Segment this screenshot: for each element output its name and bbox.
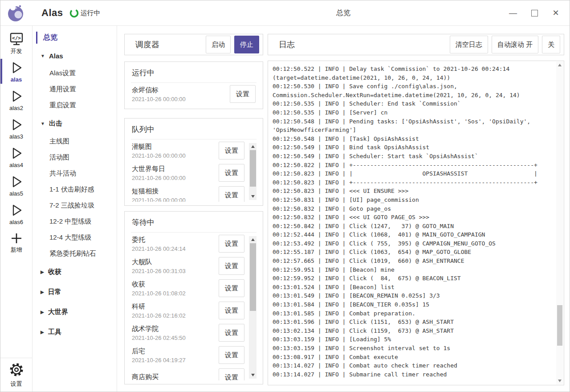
- queued-card: 队列中 潜艇图2021-10-26 00:00:00设置大世界每日2021-10…: [124, 118, 263, 206]
- scroll-down-icon[interactable]: [558, 380, 562, 382]
- stop-button[interactable]: 停止: [234, 36, 259, 53]
- side-menu: 总览▼AlasAlas设置通用设置重启设置▼出击主线图活动图共斗活动1-1 伏击…: [33, 26, 117, 392]
- scrollbar-thumb[interactable]: [557, 305, 562, 346]
- menu-item[interactable]: ▼Alas: [33, 46, 117, 65]
- maximize-icon[interactable]: [529, 8, 539, 18]
- status-indicator: 运行中: [69, 8, 100, 18]
- task-name: 大世界每日: [132, 164, 219, 173]
- menu-item[interactable]: ▶工具: [33, 322, 117, 342]
- menu-item[interactable]: 紧急委托刷钻石: [33, 246, 117, 262]
- menu-item-label: 共斗活动: [49, 169, 76, 177]
- menu-item[interactable]: ▶大世界: [33, 302, 117, 322]
- task-info: 余烬信标2021-10-26 00:00:00: [132, 86, 230, 103]
- task-settings-button[interactable]: 设置: [219, 235, 244, 253]
- menu-item-label: 收获: [48, 268, 61, 276]
- task-row: 科研2021-10-26 02:16:02设置: [131, 299, 245, 322]
- task-settings-button[interactable]: 设置: [219, 324, 244, 342]
- scrollbar-thumb[interactable]: [250, 150, 256, 187]
- task-settings-button[interactable]: 设置: [219, 302, 244, 319]
- rail-item-dev[interactable]: </> 开发: [0, 29, 32, 57]
- menu-item-label: Alas设置: [49, 69, 76, 77]
- log-column: 日志 清空日志 自动滚动 开 关 00:12:50.522 | INFO | D…: [268, 34, 564, 385]
- task-next-run-time: 2021-10-26 00:24:14: [132, 245, 219, 253]
- play-icon: [9, 203, 24, 217]
- task-name: 短猫相接: [132, 187, 219, 196]
- rail-item-alas6[interactable]: alas6: [0, 200, 32, 228]
- task-settings-button[interactable]: 设置: [219, 142, 244, 159]
- scheduler-header: 调度器 启动 停止: [124, 34, 263, 55]
- scroll-up-icon[interactable]: [558, 64, 562, 66]
- menu-item-label: 总览: [43, 33, 57, 41]
- task-info: 潜艇图2021-10-26 00:00:00: [132, 142, 219, 159]
- play-icon: [9, 118, 24, 132]
- start-button[interactable]: 启动: [206, 36, 231, 53]
- autoscroll-on-button[interactable]: 自动滚动 开: [492, 36, 538, 53]
- menu-item[interactable]: Alas设置: [33, 65, 117, 82]
- menu-item[interactable]: 重启设置: [33, 98, 117, 114]
- menu-item[interactable]: 活动图: [33, 150, 117, 166]
- menu-item[interactable]: 通用设置: [33, 82, 117, 98]
- rail-item-alas5[interactable]: alas5: [0, 171, 32, 200]
- clear-log-button[interactable]: 清空日志: [450, 36, 488, 53]
- rail-item-alas3[interactable]: alas3: [0, 114, 32, 143]
- task-settings-button[interactable]: 设置: [219, 257, 244, 275]
- window-controls: — ✕: [508, 8, 563, 18]
- header: Alas 运行中 总览 — ✕: [0, 0, 570, 26]
- rail-item-alas[interactable]: alas: [0, 57, 32, 86]
- rail-item-settings[interactable]: 设置: [0, 358, 32, 392]
- task-next-run-time: 2021-10-26 02:16:02: [132, 312, 219, 319]
- task-settings-button[interactable]: 设置: [219, 368, 244, 380]
- task-info: 大舰队2021-10-26 00:31:03: [132, 257, 219, 275]
- task-next-run-time: 2021-10-26 00:00:00: [132, 152, 219, 159]
- menu-item-label: 紧急委托刷钻石: [49, 249, 96, 257]
- task-settings-button[interactable]: 设置: [219, 346, 244, 364]
- task-name: 大舰队: [132, 257, 219, 266]
- scroll-up-icon[interactable]: [251, 238, 255, 241]
- scroll-up-icon[interactable]: [251, 145, 255, 148]
- rail-item-alas2[interactable]: alas2: [0, 86, 32, 114]
- menu-item[interactable]: 主线图: [33, 134, 117, 150]
- task-info: 商店购买: [132, 372, 219, 381]
- task-settings-button[interactable]: 设置: [230, 85, 256, 103]
- task-info: 战术学院2021-10-26 02:45:50: [132, 324, 219, 342]
- task-settings-button[interactable]: 设置: [219, 164, 244, 182]
- task-next-run-time: 2021-10-26 02:45:50: [132, 335, 219, 342]
- rail-item-alas4[interactable]: alas4: [0, 143, 32, 171]
- menu-item[interactable]: 总览: [36, 32, 117, 44]
- close-icon[interactable]: ✕: [551, 8, 561, 18]
- menu-item-label: 12-4 大型练级: [49, 233, 91, 241]
- menu-item-label: 出击: [49, 119, 62, 128]
- instance-rail: </> 开发 alas alas2: [0, 26, 33, 392]
- app-logo-icon: [7, 4, 25, 22]
- task-name: 商店购买: [132, 372, 219, 381]
- menu-item[interactable]: ▶收获: [33, 262, 117, 282]
- menu-item[interactable]: 1-1 伏击刷好感: [33, 182, 117, 198]
- menu-item[interactable]: 12-4 大型练级: [33, 230, 117, 246]
- task-settings-button[interactable]: 设置: [219, 186, 244, 202]
- scroll-down-icon[interactable]: [251, 195, 255, 198]
- rail-item-add[interactable]: 新增: [0, 228, 32, 256]
- play-icon: [9, 146, 24, 160]
- menu-item[interactable]: ▶日常: [33, 282, 117, 302]
- scrollbar-thumb[interactable]: [250, 243, 256, 311]
- task-row: 战术学院2021-10-26 02:45:50设置: [131, 322, 245, 344]
- scheduler-column: 调度器 启动 停止 运行中 余烬信标2021-10-26 00:00:00设置 …: [124, 34, 263, 385]
- task-settings-button[interactable]: 设置: [219, 279, 244, 297]
- minimize-icon[interactable]: —: [508, 8, 518, 18]
- menu-item-label: 工具: [48, 328, 61, 336]
- menu-item-label: 12-2 中型练级: [49, 217, 91, 225]
- autoscroll-off-button[interactable]: 关: [542, 36, 560, 53]
- menu-item[interactable]: 7-2 三战捡垃圾: [33, 198, 117, 214]
- menu-item-label: 主线图: [49, 137, 69, 145]
- plus-icon: [9, 232, 24, 245]
- menu-item[interactable]: 共斗活动: [33, 166, 117, 182]
- task-name: 潜艇图: [132, 142, 219, 151]
- menu-item[interactable]: 12-2 中型练级: [33, 214, 117, 230]
- svg-text:</>: </>: [12, 35, 21, 41]
- task-name: 科研: [132, 302, 219, 311]
- log-header: 日志 清空日志 自动滚动 开 关: [268, 34, 564, 55]
- scroll-down-icon[interactable]: [251, 374, 255, 376]
- chevron-right-icon: ▶: [41, 270, 44, 274]
- task-row: 大世界每日2021-10-26 00:00:00设置: [131, 162, 245, 184]
- menu-item[interactable]: ▼出击: [33, 114, 117, 134]
